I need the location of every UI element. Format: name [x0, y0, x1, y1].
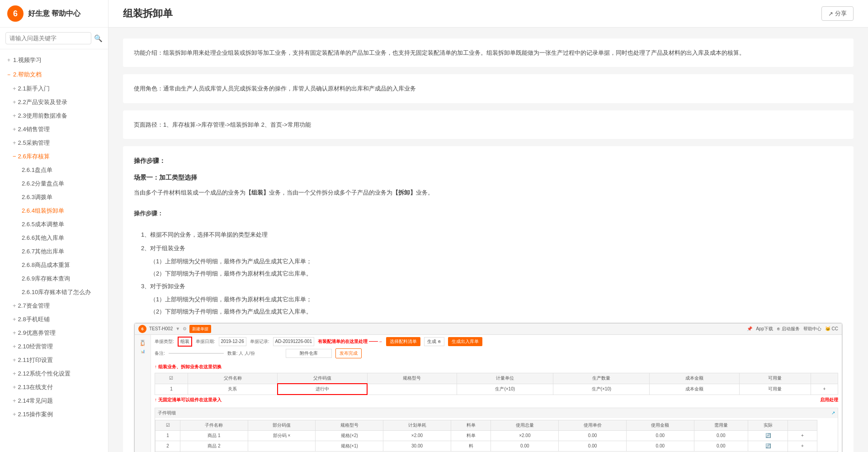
role-card: 使用角色：通常由生产人员或库管人员完成拆装业务的操作，库管人员确认原材料的出库和…	[123, 74, 854, 103]
sidebar-nav: + 1.视频学习 − 2.帮助文档 +2.1新手入门 +2.2产品安装及登录 +…	[0, 49, 108, 452]
annotation-no-list: ↑ 无固定清单可以组件在这里录入	[155, 396, 222, 404]
sidebar-item-2-6-3[interactable]: 2.6.3调拨单	[22, 190, 108, 204]
annotation-config-list: 有装配清单的在这里处理 ——→	[318, 338, 382, 346]
description-text: 功能介绍：组装拆卸单用来处理企业组装或拆卸等加工业务，支持有固定装配清单的产品加…	[134, 48, 843, 58]
main-area: 组装拆卸单 ↗ 分享 功能介绍：组装拆卸单用来处理企业组装或拆卸等加工业务，支持…	[108, 0, 868, 452]
step-2-2: （2）下部明细为子件明细，最终作为原材料生成其它出库单。	[143, 268, 843, 279]
scenario1-desc: 当由多个子件材料组装成一个成品的业务为【组装】业务，当由一个父件拆分成多个子产品…	[134, 187, 843, 198]
annotation-switch: ↑ 组装业务、拆卸业务在这里切换	[155, 363, 222, 371]
mock-titlebar-id: TEST-H002	[149, 325, 173, 333]
sidebar-item-2-6-6[interactable]: 2.6.6其他入库单	[22, 231, 108, 245]
sub-table-row-1: 1 商品 1 部分码 × 规格(×2) ×2.00 料单 ×2.00 0.00	[156, 431, 838, 441]
ops-card: 操作步骤： 场景一：加工类型选择 当由多个子件材料组装成一个成品的业务为【组装】…	[123, 146, 854, 452]
prefix-icon: −	[7, 71, 10, 78]
table-row: 1 关系 进行中 生产(×10) 生产(×10) 成本金额 可用量 +	[155, 384, 838, 395]
mock-sub-table: ☑ 子件名称 部分码值 规格型号 计划单耗 料单 使用总量 使用单价	[155, 420, 838, 452]
sidebar-item-custom[interactable]: +2.12系统个性化设置	[13, 367, 108, 381]
mock-btn-select-config: 选择配料清单	[386, 337, 420, 346]
sidebar-item-2-6-2[interactable]: 2.6.2分量盘点单	[22, 177, 108, 190]
role-text: 使用角色：通常由生产人员或库管人员完成拆装业务的操作，库管人员确认原材料的出库和…	[134, 83, 843, 94]
mock-main-table: ☑ 父件名称 父件码值 规格型号 计量单位 生产数量 成本金额 可用量	[155, 373, 838, 395]
sidebar-item-inventory[interactable]: −2.6库存核算	[13, 150, 108, 163]
sidebar-item-print[interactable]: +2.11打印设置	[13, 353, 108, 367]
sidebar-item-2-6-5[interactable]: 2.6.5成本调整单	[22, 218, 108, 231]
sidebar-item-2-6-7[interactable]: 2.6.7其他出库单	[22, 245, 108, 258]
step-3: 3、对于拆卸业务	[134, 281, 843, 291]
sidebar-item-fund[interactable]: +2.7资金管理	[13, 299, 108, 313]
path-text: 页面路径：1、库存核算->库存管理->组装拆卸单 2、首页->常用功能	[134, 119, 843, 130]
mock-window: 6 TEST-H002 ▼ ⚙ 新建单据 📌 App下载 ⊕ 启动服务 帮助中心…	[134, 323, 842, 452]
sidebar-item-ops[interactable]: +2.10经营管理	[13, 340, 108, 353]
mock-type-field: 组装	[178, 337, 192, 347]
scenario1-title: 场景一：加工类型选择	[134, 172, 843, 183]
annotation-enable-processing: 启用处理	[820, 396, 838, 404]
step-1: 1、根据不同的业务，选择不同单据的类型来处理	[134, 229, 843, 240]
main-header: 组装拆卸单 ↗ 分享	[108, 0, 868, 28]
main-content: 功能介绍：组装拆卸单用来处理企业组装或拆卸等加工业务，支持有固定装配清单的产品加…	[108, 28, 868, 452]
sidebar-item-video[interactable]: + 1.视频学习	[0, 53, 108, 67]
sidebar-item-cases[interactable]: +2.15操作案例	[13, 408, 108, 421]
steps-list: 1、根据不同的业务，选择不同单据的类型来处理 2、对于组装业务 （1）上部明细为…	[134, 229, 843, 317]
sidebar-item-2-6-1[interactable]: 2.6.1盘点单	[22, 163, 108, 177]
ops-steps-subtitle: 操作步骤：	[134, 208, 843, 219]
step-2: 2、对于组装业务	[134, 243, 843, 253]
ops-title: 操作步骤：	[134, 155, 843, 167]
sidebar: 6 好生意 帮助中心 🔍 + 1.视频学习 − 2.帮助文档 +2.1新手入门	[0, 0, 108, 452]
search-input[interactable]	[5, 32, 91, 44]
step-3-2: （2）下部明细为子件明细，最终作为产成品生成其它入库单。	[143, 306, 843, 317]
prefix-icon: +	[7, 57, 10, 63]
sidebar-item-sales[interactable]: +2.4销售管理	[13, 123, 108, 136]
mock-sub-table-area: 子件明细 ↗ ☑ 子件名称 部分码值 规	[155, 408, 838, 452]
app-logo: 6	[7, 5, 24, 22]
share-icon: ↗	[828, 10, 833, 17]
sidebar-item-coupon[interactable]: +2.9优惠券管理	[13, 326, 108, 340]
sidebar-header: 6 好生意 帮助中心	[0, 0, 108, 28]
search-box: 🔍	[0, 28, 108, 49]
sub-table-row-2: 2 商品 2 规格(×1) 30.00 料 0.00 0.00	[156, 441, 838, 452]
sidebar-item-mobile[interactable]: +2.8手机旺铺	[13, 313, 108, 326]
step-2-1: （1）上部明细为父件明细，最终作为产成品生成其它入库单；	[143, 256, 843, 266]
sidebar-item-2-6-4[interactable]: 2.6.4组装拆卸单	[22, 204, 108, 218]
sidebar-item-faq[interactable]: +2.14常见问题	[13, 394, 108, 408]
description-card: 功能介绍：组装拆卸单用来处理企业组装或拆卸等加工业务，支持有固定装配清单的产品加…	[123, 38, 854, 67]
sidebar-item-2-6-9[interactable]: 2.6.9库存账本查询	[22, 272, 108, 285]
sidebar-item-pay[interactable]: +2.13在线支付	[13, 381, 108, 394]
sidebar-item-purchase[interactable]: +2.5采购管理	[13, 136, 108, 150]
app-title: 好生意 帮助中心	[28, 9, 80, 19]
sidebar-item-newbie[interactable]: +2.1新手入门	[13, 82, 108, 95]
sidebar-item-2-6-10[interactable]: 2.6.10库存账本错了怎么办	[22, 285, 108, 299]
search-button[interactable]: 🔍	[94, 34, 103, 43]
sidebar-item-data-prep[interactable]: +2.3使用前数据准备	[13, 109, 108, 123]
page-title: 组装拆卸单	[123, 7, 173, 20]
sidebar-item-install[interactable]: +2.2产品安装及登录	[13, 95, 108, 109]
step-3-1: （1）上部明细为父件明细，最终作为原材料生成其它出库单；	[143, 294, 843, 305]
sidebar-item-docs[interactable]: − 2.帮助文档	[0, 67, 108, 82]
sidebar-item-2-6-8[interactable]: 2.6.8商品成本重算	[22, 258, 108, 272]
share-button[interactable]: ↗ 分享	[821, 6, 854, 21]
screenshot-container: 6 TEST-H002 ▼ ⚙ 新建单据 📌 App下载 ⊕ 启动服务 帮助中心…	[134, 323, 843, 452]
path-card: 页面路径：1、库存核算->库存管理->组装拆卸单 2、首页->常用功能	[123, 110, 854, 139]
mock-btn-new-order: 新建单据	[189, 325, 211, 333]
